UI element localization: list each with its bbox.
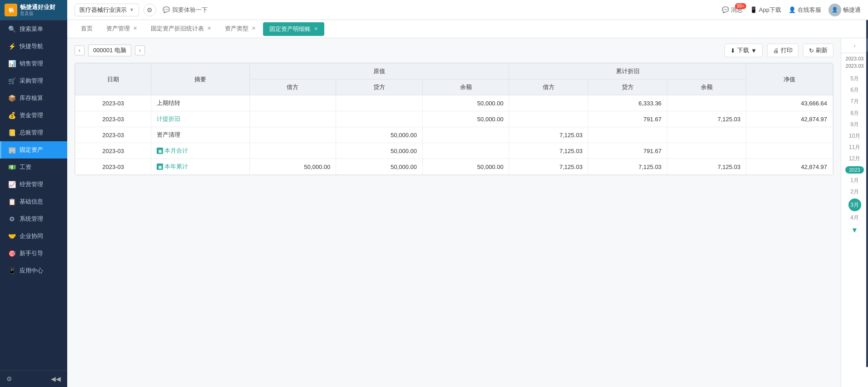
download-label: 下载 <box>737 46 749 55</box>
sidebar-menu: 🔍 搜索菜单 ⚡ 快捷导航 📊 销售管理 🛒 采购管理 📦 库存核算 💰 资金管… <box>0 20 67 370</box>
timeline-month-10[interactable]: 10月 <box>841 130 868 142</box>
timeline-month-6[interactable]: 6月 <box>841 84 868 96</box>
sidebar-item-capital[interactable]: 💰 资金管理 <box>0 107 67 124</box>
timeline-month-7[interactable]: 7月 <box>841 96 868 107</box>
sales-icon: 📊 <box>8 60 16 67</box>
cell-net-value: 43,666.64 <box>746 95 833 111</box>
timeline-month-2[interactable]: 2月 <box>841 186 868 198</box>
prev-asset-button[interactable]: ‹ <box>74 45 84 55</box>
tab-asset-type-close[interactable]: ✕ <box>252 25 256 31</box>
sidebar-item-basic-info[interactable]: 📋 基础信息 <box>0 193 67 210</box>
company-arrow-icon: ▼ <box>129 7 134 12</box>
timeline-collapse-icon[interactable]: › <box>853 42 857 50</box>
cell-date: 2023-03 <box>75 111 151 127</box>
timeline-sidebar: › 2023.03 2023.03 5月 6月 7月 8月 9月 10月 11月… <box>841 38 868 387</box>
payroll-icon: 💵 <box>8 164 16 171</box>
company-selector[interactable]: 医疗器械行业演示 ▼ <box>74 4 139 16</box>
timeline-month-12[interactable]: 12月 <box>841 153 868 164</box>
cell-orig-balance <box>422 143 509 159</box>
app-download-button[interactable]: 📱 App下载 <box>750 6 781 14</box>
col-summary: 摘要 <box>151 64 249 95</box>
sidebar-item-enterprise[interactable]: 🤝 企业协同 <box>0 228 67 245</box>
toolbar-right: ⬇ 下载 ▼ 🖨 打印 ↻ 刷新 <box>724 44 833 57</box>
download-icon: ⬇ <box>730 47 735 54</box>
tab-asset-mgmt[interactable]: 资产管理 ✕ <box>100 22 144 36</box>
settings-bottom-icon[interactable]: ⚙ <box>6 375 12 382</box>
sidebar-item-system[interactable]: ⚙ 系统管理 <box>0 210 67 228</box>
tab-depreciation-close[interactable]: ✕ <box>207 25 211 31</box>
data-table: 日期 摘要 原值 累计折旧 净值 借方 贷方 余额 借方 贷方 余额 <box>74 63 833 175</box>
sidebar-item-purchase[interactable]: 🛒 采购管理 <box>0 72 67 89</box>
topbar-settings-button[interactable]: ⚙ <box>144 4 156 16</box>
collapse-icon[interactable]: ◀◀ <box>51 375 61 382</box>
timeline-month-3-active[interactable]: 3月 <box>848 198 861 211</box>
main-content: ‹ 000001 电脑 › ⬇ 下载 ▼ 🖨 打印 ↻ 刷新 <box>67 38 841 387</box>
table-row: 2023-03 计提折旧 50,000.00 791.67 7,125.03 4… <box>75 111 833 127</box>
sidebar-item-inventory[interactable]: 📦 库存核算 <box>0 89 67 107</box>
cell-date: 2023-03 <box>75 127 151 143</box>
tab-asset-mgmt-close[interactable]: ✕ <box>133 25 137 31</box>
sidebar-item-label: 采购管理 <box>20 77 43 85</box>
timeline-scroll-down-icon[interactable]: ▼ <box>851 226 858 234</box>
timeline-month-8[interactable]: 8月 <box>841 108 868 119</box>
sidebar-logo: 畅 畅捷通好业财 普及版 <box>0 0 67 20</box>
user-menu[interactable]: 👤 畅捷通 <box>828 4 861 16</box>
sidebar-item-quick-nav[interactable]: ⚡ 快捷导航 <box>0 38 67 55</box>
sidebar-item-label: 应用中心 <box>20 267 43 275</box>
asset-detail-table: 日期 摘要 原值 累计折旧 净值 借方 贷方 余额 借方 贷方 余额 <box>75 63 833 175</box>
tab-asset-type[interactable]: 资产类型 ✕ <box>218 22 262 36</box>
cell-orig-debit <box>249 95 336 111</box>
print-label: 打印 <box>781 46 793 55</box>
message-icon: 💬 <box>722 6 729 13</box>
timeline-month-4[interactable]: 4月 <box>841 212 868 223</box>
timeline-month-9[interactable]: 9月 <box>841 119 868 130</box>
sidebar-item-sales[interactable]: 📊 销售管理 <box>0 55 67 72</box>
table-row: 2023-03 上期结转 50,000.00 6,333.36 43,666.6… <box>75 95 833 111</box>
sidebar-bottom: ⚙ ◀◀ <box>0 370 67 387</box>
timeline-month-1[interactable]: 1月 <box>841 175 868 186</box>
cell-orig-credit <box>336 95 423 111</box>
fixed-assets-icon: 🏢 <box>8 146 16 154</box>
sidebar-item-app-center[interactable]: 📱 应用中心 <box>0 262 67 279</box>
print-button[interactable]: 🖨 打印 <box>767 44 799 57</box>
sidebar-item-general-ledger[interactable]: 📒 总账管理 <box>0 124 67 141</box>
app-download-label: App下载 <box>759 6 781 14</box>
tab-home-label: 首页 <box>81 25 93 33</box>
sidebar-item-fixed-assets[interactable]: 🏢 固定资产 <box>0 141 67 159</box>
sidebar-item-search[interactable]: 🔍 搜索菜单 <box>0 20 67 38</box>
operations-icon: 📈 <box>8 181 16 188</box>
table-row: 2023-03 ▣ 本年累计 50,000.00 50,000.00 50,00… <box>75 159 833 175</box>
cell-summary: ▣ 本年累计 <box>151 159 249 175</box>
col-net-value: 净值 <box>746 64 833 95</box>
sidebar-item-payroll[interactable]: 💵 工资 <box>0 159 67 176</box>
timeline-year-badge[interactable]: 2023 <box>845 166 863 174</box>
cell-orig-credit: 50,000.00 <box>336 143 423 159</box>
sidebar-item-operations[interactable]: 📈 经营管理 <box>0 176 67 193</box>
tab-asset-detail-close[interactable]: ✕ <box>314 26 318 32</box>
timeline-month-5[interactable]: 5月 <box>841 73 868 84</box>
download-button[interactable]: ⬇ 下载 ▼ <box>724 44 763 57</box>
download-arrow-icon: ▼ <box>751 47 757 54</box>
next-asset-button[interactable]: › <box>135 45 145 55</box>
cell-accum-balance: 7,125.03 <box>667 111 746 127</box>
cell-orig-balance: 50,000.00 <box>422 111 509 127</box>
tab-asset-detail[interactable]: 固定资产明细账 ✕ <box>263 22 324 36</box>
sidebar-item-guide[interactable]: 🎯 新手引导 <box>0 245 67 262</box>
tab-home[interactable]: 首页 <box>74 22 99 36</box>
experience-button[interactable]: 💬 我要体验一下 <box>163 6 208 14</box>
content-area: ‹ 000001 电脑 › ⬇ 下载 ▼ 🖨 打印 ↻ 刷新 <box>67 38 868 387</box>
service-button[interactable]: 👤 在线客服 <box>789 6 821 14</box>
search-icon: 🔍 <box>8 25 16 33</box>
experience-icon: 💬 <box>163 6 170 13</box>
message-button[interactable]: 💬 消息 99+ <box>722 6 743 14</box>
sidebar-item-label: 库存核算 <box>20 94 43 102</box>
avatar-icon: 👤 <box>832 7 838 13</box>
sidebar-item-label: 经营管理 <box>20 180 43 189</box>
system-icon: ⚙ <box>8 215 16 223</box>
timeline-month-11[interactable]: 11月 <box>841 142 868 153</box>
cell-summary: ▣ 本月合计 <box>151 143 249 159</box>
timeline-top-years: 2023.03 2023.03 <box>841 55 868 69</box>
refresh-button[interactable]: ↻ 刷新 <box>803 44 833 57</box>
tab-depreciation[interactable]: 固定资产折旧统计表 ✕ <box>144 22 218 36</box>
cell-accum-debit: 7,125.03 <box>509 143 588 159</box>
